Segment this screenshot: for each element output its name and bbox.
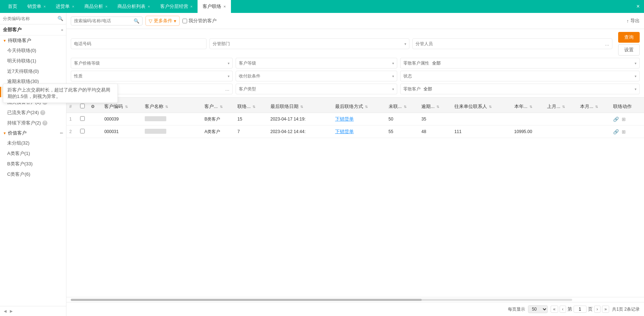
export-icon: ↑ xyxy=(627,18,629,24)
nav-close-product-analysis-list[interactable]: × xyxy=(148,4,150,9)
more-conditions-button[interactable]: ▽ 更多条件 ▾ xyxy=(145,16,180,26)
row1-checkbox-cell xyxy=(77,113,88,126)
nav-close-purchase[interactable]: × xyxy=(72,4,74,9)
payment-dropdown-icon: ▾ xyxy=(392,74,394,78)
main-table: # ⚙ 客户编码 ⇅ 客户名称 ⇅ xyxy=(66,100,644,138)
my-customers-label: 我分管的客户 xyxy=(189,18,217,24)
nav-customer-contact[interactable]: 客户联络 × xyxy=(198,0,231,13)
total-label: 共1页 2条记录 xyxy=(612,306,640,312)
row2-last-contact-way[interactable]: 下销货单 xyxy=(332,126,386,138)
sort-icon-way: ⇅ xyxy=(365,105,368,109)
sidebar-item-tomorrow[interactable]: 明天待联络(1) xyxy=(0,56,66,66)
sidebar-right-arrow[interactable]: ► xyxy=(9,308,14,314)
retail-customer-label: 零散客户 xyxy=(403,86,421,92)
sidebar-item-b-class[interactable]: B类客户(33) xyxy=(0,159,66,169)
th-not-contacted[interactable]: 未联... ⇅ xyxy=(386,100,419,113)
sidebar-item-today[interactable]: 今天待联络(0) xyxy=(0,46,66,56)
price-level-label: 客户价格等级 xyxy=(74,60,100,66)
nav-close-customer-layer[interactable]: × xyxy=(190,4,193,9)
sidebar-all-customers[interactable]: 全部客户 « xyxy=(0,24,66,36)
nav-home[interactable]: 首页 xyxy=(3,0,22,13)
row2-link-icon[interactable]: 🔗 xyxy=(613,129,619,135)
my-customers-checkbox[interactable] xyxy=(182,19,187,23)
gender-label: 性质 xyxy=(74,73,83,79)
next-page-button[interactable]: › xyxy=(594,306,601,313)
row2-grid-icon[interactable]: ⊞ xyxy=(622,129,626,135)
search-input[interactable] xyxy=(74,18,134,23)
th-unit-contact[interactable]: 往来单位联系人 ⇅ xyxy=(451,100,511,113)
th-last-contact-date[interactable]: 最后联络日期 ⇅ xyxy=(268,100,332,113)
filter-gender: 性质 ▾ xyxy=(71,71,233,81)
select-all-checkbox[interactable] xyxy=(80,104,85,108)
row1-name xyxy=(142,113,201,126)
nav-customer-layer[interactable]: 客户分层经营 × xyxy=(155,0,198,13)
export-button[interactable]: ↑ 导出 xyxy=(627,18,640,24)
th-contact[interactable]: 联络... ⇅ xyxy=(235,100,268,113)
nav-close-customer-contact[interactable]: × xyxy=(223,4,226,9)
nav-product-analysis-list[interactable]: 商品分析列表 × xyxy=(112,0,155,13)
row1-last-contact-way[interactable]: 下销货单 xyxy=(332,113,386,126)
page-input[interactable] xyxy=(574,306,587,313)
sidebar-item-already-lost[interactable]: 已流失客户(24) ? xyxy=(0,108,66,118)
nav-purchase[interactable]: 进货单 × xyxy=(51,0,79,13)
person-dots-icon[interactable]: ... xyxy=(605,41,609,47)
th-this-year[interactable]: 本年... ⇅ xyxy=(511,100,545,113)
row2-this-year: 10995.00 xyxy=(511,126,545,138)
filter-phone: 电话号码 xyxy=(71,38,207,49)
row2-settings-cell xyxy=(88,126,101,138)
last-page-button[interactable]: » xyxy=(602,306,610,313)
first-page-button[interactable]: « xyxy=(551,306,558,313)
row2-checkbox[interactable] xyxy=(80,129,85,133)
content-area: 🔍 ▽ 更多条件 ▾ 我分管的客户 ↑ 导出 电话号码 xyxy=(66,13,644,316)
retail-customer-value[interactable]: 全部 xyxy=(423,86,635,92)
sort-icon-overdue: ⇅ xyxy=(436,105,439,109)
row2-unit-contact: 111 xyxy=(451,126,511,138)
sidebar-value-group[interactable]: ▼ 价值客户 ✏ xyxy=(0,128,66,138)
retail-attr-dropdown-icon: ▾ xyxy=(635,61,636,65)
row1-checkbox[interactable] xyxy=(80,116,85,121)
row1-settings-cell xyxy=(88,113,101,126)
window-close-icon[interactable]: × xyxy=(636,3,640,10)
nav-sales-order[interactable]: 销货单 × xyxy=(22,0,51,13)
my-customers-container: 我分管的客户 xyxy=(182,18,217,24)
retail-attr-value[interactable]: 全部 xyxy=(432,60,635,66)
th-overdue[interactable]: 逾期... ⇅ xyxy=(418,100,451,113)
edit-icon[interactable]: ✏ xyxy=(60,131,63,136)
customer-level-label: 客户等级 xyxy=(239,60,256,66)
sidebar-item-7days[interactable]: 近7天待联络(0) xyxy=(0,66,66,77)
th-customer-type[interactable]: 客户... ⇅ xyxy=(201,100,235,113)
sort-icon-date: ⇅ xyxy=(300,105,303,109)
filter-row-4: ... 客户类型 ▾ 零散客户 全部 ▾ xyxy=(71,84,640,94)
sidebar-waiting-group[interactable]: ▼ 待联络客户 xyxy=(0,36,66,46)
sidebar-left-arrow[interactable]: ◄ xyxy=(3,308,8,314)
per-page-select[interactable]: 50 100 200 xyxy=(528,305,548,313)
scroll-thumb[interactable] xyxy=(71,299,422,301)
query-button[interactable]: 查询 xyxy=(618,32,640,43)
per-page-label: 每页显示 xyxy=(508,306,525,312)
table-container: # ⚙ 客户编码 ⇅ 客户名称 ⇅ xyxy=(66,100,644,297)
th-last-month[interactable]: 上月... ⇅ xyxy=(544,100,577,113)
nav-close-product-analysis[interactable]: × xyxy=(105,4,107,9)
sidebar-item-ungrouped[interactable]: 未分组(32) xyxy=(0,138,66,148)
row2-not-contacted: 55 xyxy=(386,126,419,138)
sidebar-item-c-class[interactable]: C类客户(6) xyxy=(0,169,66,180)
row1-grid-icon[interactable]: ⊞ xyxy=(622,117,626,122)
th-customer-name[interactable]: 客户名称 ⇅ xyxy=(142,100,201,113)
th-last-contact-way[interactable]: 最后联络方式 ⇅ xyxy=(332,100,386,113)
nav-product-analysis[interactable]: 商品分析 × xyxy=(79,0,112,13)
scroll-track[interactable] xyxy=(71,299,572,301)
page-label: 第 xyxy=(567,306,572,312)
sidebar-item-a-class[interactable]: A类客户(1) xyxy=(0,148,66,159)
customer-type-label: 客户类型 xyxy=(239,86,256,92)
more-dots-icon[interactable]: ... xyxy=(225,86,230,92)
nav-close-sales[interactable]: × xyxy=(43,4,46,9)
sidebar-item-declining[interactable]: 持续下滑客户(2) ? xyxy=(0,118,66,128)
prev-page-button[interactable]: ‹ xyxy=(560,306,566,313)
row1-link-icon[interactable]: 🔗 xyxy=(613,117,619,122)
row1-contact-count: 15 xyxy=(235,113,268,126)
sort-icon-last-month: ⇅ xyxy=(562,105,565,109)
sort-icon-name: ⇅ xyxy=(165,105,168,109)
sidebar-search-input[interactable] xyxy=(3,16,57,21)
settings-button[interactable]: 设置 xyxy=(618,44,640,56)
th-this-month[interactable]: 本月... ⇅ xyxy=(577,100,610,113)
